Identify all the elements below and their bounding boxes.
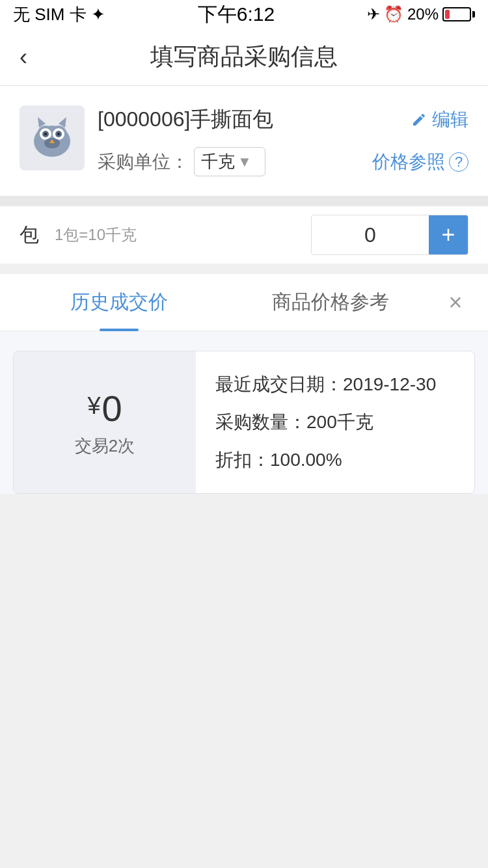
bottom-area	[0, 513, 488, 868]
tab-close-button[interactable]: ×	[436, 283, 475, 322]
quantity-unit-label: 包	[20, 222, 39, 249]
quantity-input[interactable]: 0	[312, 215, 429, 254]
tab-active-underline	[100, 329, 139, 331]
page-title: 填写商品采购信息	[150, 41, 338, 73]
price-number: 0	[102, 387, 122, 429]
price-symbol: ¥	[87, 392, 100, 420]
edit-label: 编辑	[432, 107, 468, 132]
status-right-icons: ✈ ⏰ 20%	[367, 5, 475, 23]
product-thumbnail	[20, 105, 85, 170]
edit-button[interactable]: 编辑	[411, 107, 468, 132]
unit-label: 采购单位： 千克 ▼	[98, 147, 265, 176]
battery-percent: 20%	[407, 5, 439, 23]
alarm-icon: ⏰	[384, 5, 403, 23]
back-button[interactable]: ‹	[20, 46, 27, 69]
transaction-price-value: ¥ 0	[87, 387, 122, 429]
location-icon: ✈	[367, 5, 380, 23]
tab-product-price-ref[interactable]: 商品价格参考	[224, 274, 436, 331]
purchase-qty-item: 采购数量：200千克	[215, 409, 455, 436]
quantity-plus-button[interactable]: +	[429, 215, 468, 254]
transaction-details-panel: 最近成交日期：2019-12-30 采购数量：200千克 折扣：100.00%	[196, 351, 474, 493]
status-time: 下午6:12	[198, 1, 275, 28]
nav-bar: ‹ 填写商品采购信息	[0, 29, 488, 86]
quantity-row: 包 1包=10千克 0 +	[0, 206, 488, 264]
recent-date-item: 最近成交日期：2019-12-30	[215, 371, 455, 398]
discount-label: 折扣：	[215, 450, 270, 470]
quantity-hint: 1包=10千克	[55, 224, 137, 245]
price-ref-icon: ?	[449, 152, 468, 172]
product-info: [0000006]手撕面包 编辑 采购单位： 千克 ▼ 价格参照 ?	[98, 105, 468, 176]
section-divider	[0, 196, 488, 206]
tab-history-price[interactable]: 历史成交价	[13, 274, 224, 331]
transaction-count: 交易2次	[75, 435, 135, 457]
svg-point-8	[57, 133, 60, 135]
transaction-price-panel: ¥ 0 交易2次	[14, 351, 196, 493]
purchase-qty-label: 采购数量：	[215, 412, 306, 432]
quantity-input-group: 0 +	[311, 215, 468, 255]
tabs-section: 历史成交价 商品价格参考 × ¥ 0 交易2次 最近成交日期：2019-12-3…	[0, 274, 488, 494]
status-signal: 无 SIM 卡 ✦	[13, 3, 105, 26]
discount-value: 100.00%	[270, 450, 342, 470]
discount-item: 折扣：100.00%	[215, 446, 455, 474]
product-card: [0000006]手撕面包 编辑 采购单位： 千克 ▼ 价格参照 ?	[0, 86, 488, 196]
battery-icon	[442, 7, 475, 21]
status-bar: 无 SIM 卡 ✦ 下午6:12 ✈ ⏰ 20%	[0, 0, 488, 29]
purchase-qty-value: 200千克	[306, 412, 373, 432]
transaction-card: ¥ 0 交易2次 最近成交日期：2019-12-30 采购数量：200千克 折扣…	[13, 351, 475, 494]
product-name: [0000006]手撕面包	[98, 105, 273, 134]
dropdown-arrow-icon: ▼	[237, 154, 252, 170]
svg-point-7	[44, 133, 47, 135]
recent-date-label: 最近成交日期：	[215, 374, 343, 394]
unit-dropdown[interactable]: 千克 ▼	[194, 147, 265, 176]
tabs-bar: 历史成交价 商品价格参考 ×	[0, 274, 488, 331]
recent-date-value: 2019-12-30	[343, 374, 436, 394]
price-reference-button[interactable]: 价格参照 ?	[372, 150, 468, 174]
